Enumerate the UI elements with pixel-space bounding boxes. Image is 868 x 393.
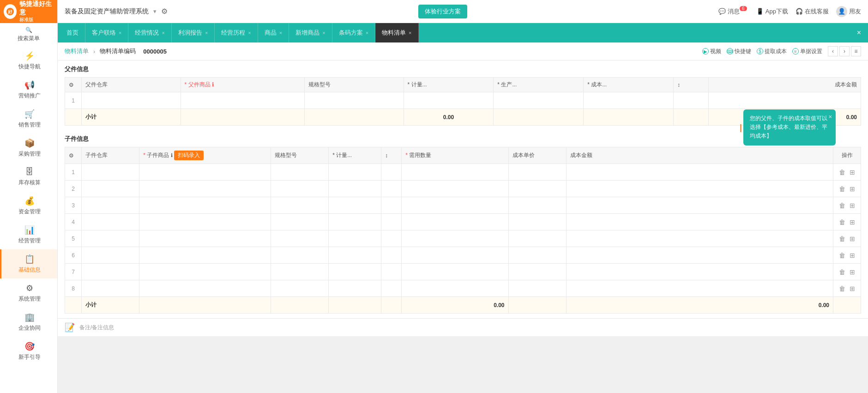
child-row-3-delete-icon[interactable]: 🗑 <box>839 202 845 209</box>
tab-operations[interactable]: 经营情况 × <box>128 23 171 42</box>
child-row-5-unit[interactable] <box>329 230 381 247</box>
sidebar-item-inventory[interactable]: 🗄 库存核算 <box>0 163 57 191</box>
child-row-2-unit-price[interactable] <box>508 181 566 197</box>
child-row-4-unit[interactable] <box>329 214 381 230</box>
child-row-5-copy-icon[interactable]: ⊞ <box>850 235 855 242</box>
child-row-8-needed[interactable] <box>402 280 508 297</box>
child-row-5-needed[interactable] <box>402 230 508 247</box>
tab-barcode-close[interactable]: × <box>366 30 368 36</box>
child-row-5-unit-price[interactable] <box>508 230 566 247</box>
sidebar-item-guide[interactable]: 🎯 新手引导 <box>0 337 57 366</box>
child-row-6-copy-icon[interactable]: ⊞ <box>850 252 855 259</box>
tab-new-goods[interactable]: 新增商品 × <box>289 23 332 42</box>
child-row-8-delete-icon[interactable]: 🗑 <box>839 285 845 292</box>
child-row-1-needed[interactable] <box>402 164 508 181</box>
tab-bom[interactable]: 物料清单 × <box>375 23 418 42</box>
video-action[interactable]: ▶ 视频 <box>702 48 721 55</box>
child-row-1-unit-price[interactable] <box>508 164 566 181</box>
child-row-3-copy-icon[interactable]: ⊞ <box>850 202 855 209</box>
child-row-6-unit-price[interactable] <box>508 247 566 264</box>
child-row-3-needed[interactable] <box>402 197 508 214</box>
child-row-8-goods[interactable] <box>139 280 271 297</box>
child-row-2-copy-icon[interactable]: ⊞ <box>850 185 855 193</box>
child-row-4-warehouse[interactable] <box>82 214 139 230</box>
tab-operations-close[interactable]: × <box>162 30 164 36</box>
child-row-1-copy-icon[interactable]: ⊞ <box>850 169 855 176</box>
child-row-6-spec[interactable] <box>271 247 328 264</box>
scan-btn[interactable]: 扫码录入 <box>174 151 204 160</box>
tab-history-close[interactable]: × <box>248 30 251 36</box>
child-row-6-unit[interactable] <box>329 247 381 264</box>
child-row-8-unit-price[interactable] <box>508 280 566 297</box>
tab-goods-close[interactable]: × <box>279 30 282 36</box>
child-row-7-unit[interactable] <box>329 264 381 280</box>
child-row-5-goods[interactable] <box>139 230 271 247</box>
child-row-4-unit-price[interactable] <box>508 214 566 230</box>
child-row-3-unit[interactable] <box>329 197 381 214</box>
sidebar-item-basic-info[interactable]: 📋 基础信息 <box>0 249 57 278</box>
child-row-8-unit[interactable] <box>329 280 381 297</box>
sidebar-item-system[interactable]: ⚙ 系统管理 <box>0 278 57 308</box>
parent-row-1-cost[interactable] <box>584 92 674 109</box>
breadcrumb-home[interactable]: 物料清单 <box>65 47 89 55</box>
sidebar-item-marketing[interactable]: 📢 营销推广 <box>0 75 57 104</box>
tab-profit[interactable]: 利润报告 × <box>172 23 215 42</box>
child-row-8-copy-icon[interactable]: ⊞ <box>850 285 855 292</box>
sidebar-item-purchase[interactable]: 📦 采购管理 <box>0 133 57 163</box>
child-row-2-goods[interactable] <box>139 181 271 197</box>
parent-row-1-production[interactable] <box>494 92 584 109</box>
child-row-2-warehouse[interactable] <box>82 181 139 197</box>
menu-btn[interactable]: ≡ <box>851 46 861 56</box>
user-btn[interactable]: 👤 用友 <box>836 6 861 17</box>
experience-btn[interactable]: 体验行业方案 <box>418 5 467 18</box>
tab-profit-close[interactable]: × <box>205 30 208 36</box>
app-download-btn[interactable]: 📱 App下载 <box>756 7 788 16</box>
child-row-4-copy-icon[interactable]: ⊞ <box>850 218 855 226</box>
child-row-7-goods[interactable] <box>139 264 271 280</box>
child-row-1-goods[interactable] <box>139 164 271 181</box>
prev-btn[interactable]: ‹ <box>828 46 838 56</box>
child-row-3-warehouse[interactable] <box>82 197 139 214</box>
tab-home[interactable]: 首页 <box>60 23 85 42</box>
child-row-6-goods[interactable] <box>139 247 271 264</box>
child-row-8-spec[interactable] <box>271 280 328 297</box>
sidebar-search[interactable]: 🔍 搜索菜单 <box>0 23 57 46</box>
tab-bom-close[interactable]: × <box>409 30 411 36</box>
child-row-2-needed[interactable] <box>402 181 508 197</box>
child-row-1-spec[interactable] <box>271 164 328 181</box>
tab-customer-close[interactable]: × <box>119 30 121 36</box>
child-row-2-unit[interactable] <box>329 181 381 197</box>
child-row-6-delete-icon[interactable]: 🗑 <box>839 252 845 259</box>
child-row-3-unit-price[interactable] <box>508 197 566 214</box>
next-btn[interactable]: › <box>839 46 850 56</box>
sidebar-item-quick-nav[interactable]: ⚡ 快捷导航 <box>0 46 57 75</box>
child-row-4-spec[interactable] <box>271 214 328 230</box>
child-row-4-needed[interactable] <box>402 214 508 230</box>
child-row-7-unit-price[interactable] <box>508 264 566 280</box>
sidebar-item-sales[interactable]: 🛒 销售管理 <box>0 104 57 133</box>
tab-history[interactable]: 经营历程 × <box>215 23 258 42</box>
child-row-7-needed[interactable] <box>402 264 508 280</box>
parent-row-1-goods[interactable] <box>181 92 305 109</box>
child-row-6-warehouse[interactable] <box>82 247 139 264</box>
online-service-btn[interactable]: 🎧 在线客服 <box>796 7 829 16</box>
child-row-5-spec[interactable] <box>271 230 328 247</box>
sidebar-item-enterprise[interactable]: 🏢 企业协同 <box>0 308 57 337</box>
close-all-tabs[interactable]: × <box>852 29 866 37</box>
tab-goods[interactable]: 商品 × <box>258 23 289 42</box>
child-row-4-goods[interactable] <box>139 214 271 230</box>
child-col-settings[interactable]: ⚙ <box>65 147 82 164</box>
parent-col-settings[interactable]: ⚙ <box>65 78 82 92</box>
child-row-6-needed[interactable] <box>402 247 508 264</box>
child-row-5-warehouse[interactable] <box>82 230 139 247</box>
parent-row-1-unit[interactable] <box>404 92 494 109</box>
child-row-2-delete-icon[interactable]: 🗑 <box>839 185 845 193</box>
child-row-1-unit[interactable] <box>329 164 381 181</box>
child-row-7-copy-icon[interactable]: ⊞ <box>850 268 855 276</box>
child-row-5-delete-icon[interactable]: 🗑 <box>839 235 845 242</box>
parent-row-1-warehouse[interactable] <box>82 92 181 109</box>
tab-customer[interactable]: 客户联络 × <box>85 23 128 42</box>
child-row-7-spec[interactable] <box>271 264 328 280</box>
message-btn[interactable]: 💬 消息 6 <box>718 7 749 16</box>
sidebar-item-operations[interactable]: 📊 经营管理 <box>0 220 57 249</box>
